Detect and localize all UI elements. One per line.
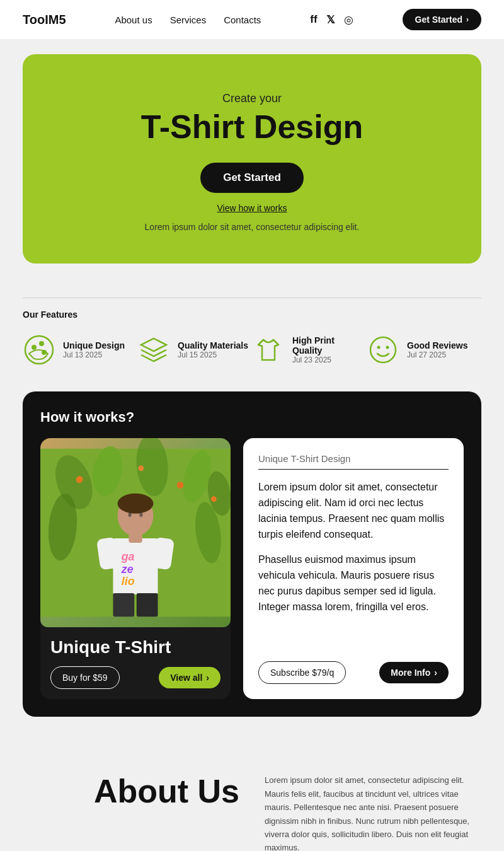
product-name: Unique T-Shirt <box>50 637 220 657</box>
info-card: Unique T-Shirt Design Lorem ipsum dolor … <box>243 438 464 699</box>
subscribe-button[interactable]: Subscribe $79/q <box>258 661 346 684</box>
features-section: Our Features Unique Design Jul 13 2025 <box>0 279 504 373</box>
info-card-header: Unique T-Shirt Design <box>258 453 449 480</box>
about-text: Lorem ipsum dolor sit amet, consectetur … <box>265 773 481 851</box>
hero-view-link[interactable]: View how it works <box>217 203 287 213</box>
info-actions: Subscribe $79/q More Info › <box>258 661 449 684</box>
feature-high-print-text: High Print Quality Jul 23 2025 <box>292 335 367 364</box>
facebook-icon[interactable]: f <box>310 13 317 26</box>
cta-arrow-icon: › <box>466 15 469 24</box>
palette-icon <box>23 333 55 366</box>
how-card: How it works? <box>23 391 481 717</box>
svg-point-6 <box>377 346 381 349</box>
more-arrow-icon: › <box>434 668 437 678</box>
feature-quality-materials: Quality Materials Jul 15 2025 <box>137 333 252 366</box>
hero-wrapper: Create your T-Shirt Design Get Started V… <box>0 39 504 279</box>
svg-point-1 <box>32 345 37 350</box>
features-section-title: Our Features <box>23 310 481 320</box>
logo: TooIM5 <box>23 13 66 27</box>
feature-good-reviews-text: Good Reviews Jul 27 2025 <box>407 340 467 359</box>
hero-title: T-Shirt Design <box>141 109 363 145</box>
nav-cta-button[interactable]: Get Started › <box>403 9 481 30</box>
hero-description: Lorem ipsum dolor sit amet, consectetur … <box>145 222 360 232</box>
svg-point-16 <box>76 476 83 483</box>
svg-point-30 <box>139 512 142 517</box>
how-grid: ga ze lio <box>40 438 464 699</box>
feature-unique-design: Unique Design Jul 13 2025 <box>23 333 137 366</box>
services-link[interactable]: Services <box>170 14 207 25</box>
svg-rect-20 <box>113 538 158 594</box>
view-all-button[interactable]: View all › <box>159 667 220 688</box>
svg-point-28 <box>118 494 154 514</box>
info-body: Lorem ipsum dolor sit amet, consectetur … <box>258 480 449 649</box>
svg-marker-4 <box>141 339 166 351</box>
info-para-1: Lorem ipsum dolor sit amet, consectetur … <box>258 480 449 542</box>
svg-point-19 <box>211 496 217 502</box>
more-info-button[interactable]: More Info › <box>379 662 449 683</box>
product-actions: Buy for $59 View all › <box>50 666 220 689</box>
info-card-title: Unique T-Shirt Design <box>258 453 449 464</box>
svg-point-18 <box>177 482 184 489</box>
feature-good-reviews: Good Reviews Jul 27 2025 <box>367 333 481 366</box>
svg-text:lio: lio <box>122 576 135 588</box>
info-para-2: Phasellus euismod maximus ipsum vehicula… <box>258 552 449 615</box>
feature-unique-design-text: Unique Design Jul 13 2025 <box>63 340 125 359</box>
svg-point-29 <box>128 512 131 517</box>
svg-rect-31 <box>113 593 134 617</box>
instagram-icon[interactable]: ◎ <box>344 13 353 26</box>
buy-button[interactable]: Buy for $59 <box>50 666 120 689</box>
layers-icon <box>137 333 170 366</box>
svg-point-2 <box>39 341 44 346</box>
svg-text:ze: ze <box>121 563 134 576</box>
nav-links: About us Services Contacts <box>115 14 261 25</box>
hero-section: Create your T-Shirt Design Get Started V… <box>23 54 481 263</box>
features-divider <box>23 298 481 298</box>
view-arrow-icon: › <box>206 673 209 683</box>
tshirt-icon <box>252 333 285 366</box>
feature-high-print: High Print Quality Jul 23 2025 <box>252 333 367 366</box>
smiley-icon <box>367 333 399 366</box>
svg-point-17 <box>138 466 144 472</box>
hero-subtitle: Create your <box>222 92 282 105</box>
svg-point-7 <box>386 346 389 349</box>
svg-rect-32 <box>137 593 158 617</box>
navbar: TooIM5 About us Services Contacts f 𝕏 ◎ … <box>0 0 504 39</box>
how-section: How it works? <box>0 373 504 736</box>
feature-quality-materials-text: Quality Materials Jul 15 2025 <box>178 340 248 359</box>
svg-point-5 <box>370 337 396 362</box>
contacts-link[interactable]: Contacts <box>224 14 261 25</box>
twitter-icon[interactable]: 𝕏 <box>326 13 335 26</box>
about-title: About Us <box>23 773 239 809</box>
hero-cta-button[interactable]: Get Started <box>200 163 304 193</box>
how-title: How it works? <box>40 409 464 426</box>
about-section: About Us Lorem ipsum dolor sit amet, con… <box>0 736 504 851</box>
product-card: ga ze lio <box>40 438 231 699</box>
svg-text:ga: ga <box>121 551 135 564</box>
features-grid: Unique Design Jul 13 2025 Quality Materi… <box>23 333 481 366</box>
product-image: ga ze lio <box>40 438 231 627</box>
info-card-divider <box>258 469 449 470</box>
about-us-link[interactable]: About us <box>115 14 152 25</box>
product-info: Unique T-Shirt Buy for $59 View all › <box>40 627 231 699</box>
nav-social: f 𝕏 ◎ <box>310 13 353 26</box>
